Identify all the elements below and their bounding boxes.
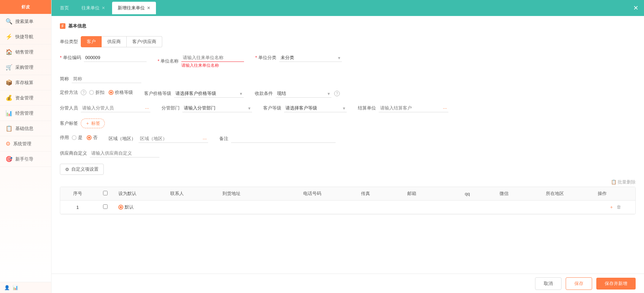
finance-icon: 💰: [6, 95, 13, 101]
sidebar-item-search[interactable]: 🔍 搜索菜单: [0, 14, 51, 29]
cell-phone[interactable]: [300, 201, 358, 214]
cell-checkbox[interactable]: [95, 201, 116, 214]
unit-category-select[interactable]: 未分类: [279, 54, 342, 62]
sidebar-item-inventory[interactable]: 📦 库存核算: [0, 75, 51, 90]
pricing-level-radio[interactable]: 价格等级: [109, 89, 133, 96]
batch-delete-area: 📋 批量删除: [60, 179, 636, 185]
inventory-icon: 📦: [6, 79, 13, 86]
content-area: F 基本信息 单位类型 客户 供应商 客户/供应商 单位编码 单位名称: [52, 16, 644, 274]
phone-input[interactable]: [303, 205, 355, 210]
region-input[interactable]: [139, 135, 201, 143]
cell-default: 默认: [116, 201, 167, 214]
pricing-radio-group: 折扣 价格等级: [89, 89, 133, 96]
avatar: 👤: [4, 285, 10, 290]
contacts-table-container: 序号 设为默认 联系人 到货地址 电话号码 传真 邮箱 qq 微信 所在地区 操…: [60, 187, 636, 214]
batch-delete-label[interactable]: 批量删除: [618, 179, 636, 185]
row-checkbox[interactable]: [103, 204, 108, 209]
sidebar-item-sys-mgmt[interactable]: ⚙ 系统管理: [0, 136, 51, 152]
cell-fax[interactable]: [358, 201, 405, 214]
cell-email[interactable]: [405, 201, 462, 214]
contact-input[interactable]: [170, 205, 217, 210]
unit-type-supplier-btn[interactable]: 供应商: [102, 36, 127, 47]
email-input[interactable]: [407, 205, 460, 210]
unit-name-input[interactable]: [181, 54, 244, 62]
select-all-checkbox[interactable]: [103, 191, 108, 195]
qq-input[interactable]: [465, 205, 494, 210]
save-button[interactable]: 保存: [566, 277, 592, 290]
customer-level-select-wrapper: 请选择客户等级: [284, 104, 347, 112]
form-group-unit-code: 单位编码: [60, 54, 147, 62]
tab-new-transaction-close[interactable]: ✕: [147, 6, 150, 10]
sidebar-item-operations[interactable]: 📊 经营管理: [0, 106, 51, 121]
custom-settings-button[interactable]: ⚙ 自定义项设置: [60, 164, 104, 175]
cancel-button[interactable]: 取消: [535, 277, 561, 290]
form-group-dept: 分管部门 请输入分管部门: [162, 104, 252, 112]
add-tag-label: 标签: [91, 120, 100, 127]
pricing-discount-radio[interactable]: 折扣: [89, 89, 104, 96]
cell-region[interactable]: [543, 201, 595, 214]
sidebar-item-purchase[interactable]: 🛒 采购管理: [0, 60, 51, 75]
tab-transactions-close[interactable]: ✕: [102, 6, 105, 10]
default-radio-item[interactable]: 默认: [118, 204, 165, 210]
cell-wechat[interactable]: [497, 201, 543, 214]
tab-home[interactable]: 首页: [54, 2, 74, 14]
payment-terms-select[interactable]: 现结: [276, 89, 331, 98]
tab-transactions[interactable]: 往来单位 ✕: [76, 2, 111, 14]
default-radio-circle: [118, 205, 123, 210]
bar-icon: 📊: [13, 285, 18, 290]
form-group-supplier-custom: 供应商自定义: [60, 149, 159, 157]
cell-region-input[interactable]: [546, 205, 592, 210]
sidebar-item-finance[interactable]: 💰 资金管理: [0, 90, 51, 106]
sidebar-item-new-guide[interactable]: 🎯 新手引导: [0, 152, 51, 167]
pricing-method-help-icon[interactable]: ?: [81, 90, 86, 95]
unit-code-input[interactable]: [84, 54, 147, 62]
tab-new-transaction[interactable]: 新增往来单位 ✕: [112, 2, 156, 14]
level-radio-label: 价格等级: [115, 89, 133, 96]
custom-settings-icon: ⚙: [65, 167, 69, 172]
cell-actions: ＋ 🗑: [595, 201, 635, 214]
disabled-yes-radio[interactable]: 是: [72, 135, 83, 141]
customer-price-level-select[interactable]: 请选择客户价格等级: [174, 89, 244, 98]
form-row-disabled-region: 停用 是 否 区域（地区） ···: [60, 135, 636, 143]
th-address: 到货地址: [220, 187, 300, 201]
supervisor-more-icon[interactable]: ···: [143, 105, 150, 111]
save-new-button[interactable]: 保存并新增: [596, 278, 636, 290]
contacts-table: 序号 设为默认 联系人 到货地址 电话号码 传真 邮箱 qq 微信 所在地区 操…: [60, 187, 635, 214]
unit-type-both-btn[interactable]: 客户/供应商: [127, 36, 162, 47]
payment-terms-help-icon[interactable]: ?: [334, 91, 340, 96]
region-more-icon[interactable]: ···: [201, 136, 208, 141]
sidebar-item-label: 销售管理: [15, 49, 33, 55]
short-name-input[interactable]: [72, 75, 141, 83]
sidebar-item-base-info[interactable]: 📋 基础信息: [0, 121, 51, 136]
customer-level-label: 客户等级: [263, 105, 281, 111]
wechat-input[interactable]: [500, 205, 540, 210]
quick-nav-icon: ⚡: [6, 33, 13, 40]
address-input[interactable]: [222, 205, 298, 210]
fax-input[interactable]: [361, 205, 402, 210]
supplier-custom-input[interactable]: [90, 149, 159, 157]
add-row-icon[interactable]: ＋: [609, 204, 614, 210]
sidebar-item-quick-nav[interactable]: ⚡ 快捷导航: [0, 29, 51, 44]
cell-address[interactable]: [220, 201, 300, 214]
unit-type-customer-btn[interactable]: 客户: [81, 36, 102, 47]
window-close-button[interactable]: ✕: [630, 4, 641, 12]
dept-select[interactable]: 请输入分管部门: [182, 104, 252, 112]
add-tag-button[interactable]: ＋ 标签: [81, 119, 105, 128]
cell-seq: 1: [60, 201, 95, 214]
sidebar-item-sales[interactable]: 🏠 销售管理: [0, 44, 51, 60]
payment-terms-select-wrapper: 现结: [276, 89, 331, 98]
cell-contact[interactable]: [167, 201, 219, 214]
settlement-unit-more-icon[interactable]: ···: [441, 105, 448, 111]
delete-row-icon[interactable]: 🗑: [616, 204, 621, 210]
sidebar-item-label: 系统管理: [13, 141, 31, 147]
remarks-input[interactable]: [231, 135, 336, 143]
cell-qq[interactable]: [462, 201, 497, 214]
disabled-no-radio[interactable]: 否: [87, 135, 97, 141]
th-region: 所在地区: [543, 187, 595, 201]
form-group-region: 区域（地区） ···: [109, 135, 208, 143]
supervisor-input[interactable]: [81, 104, 143, 112]
operations-icon: 📊: [6, 110, 13, 116]
settlement-unit-input[interactable]: [379, 104, 441, 112]
customer-level-select[interactable]: 请选择客户等级: [284, 104, 347, 112]
th-checkbox[interactable]: [95, 187, 116, 201]
